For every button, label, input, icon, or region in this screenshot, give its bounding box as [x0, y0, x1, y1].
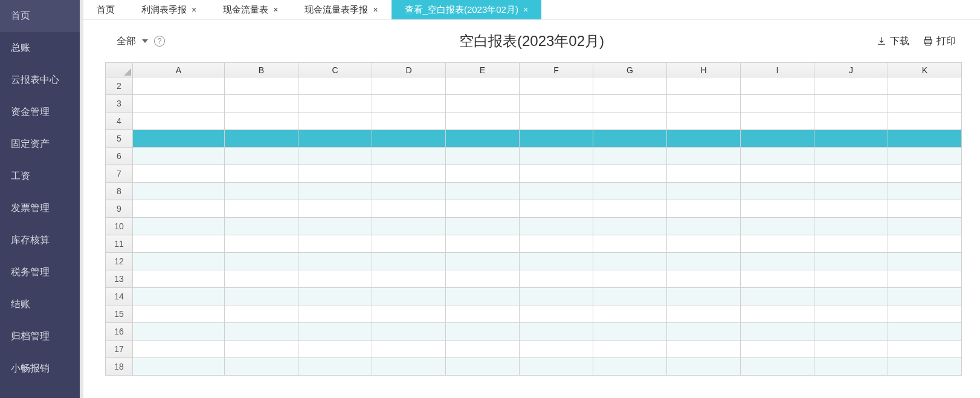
cell-K14[interactable]: [888, 288, 962, 305]
filter-dropdown[interactable]: 全部 ?: [117, 35, 165, 48]
cell-A8[interactable]: [133, 183, 225, 200]
cell-A11[interactable]: [133, 235, 225, 253]
cell-D7[interactable]: [372, 165, 446, 183]
tab-2[interactable]: 现金流量表×: [210, 0, 291, 19]
cell-C10[interactable]: [298, 218, 372, 235]
close-icon[interactable]: ×: [373, 5, 378, 15]
cell-E4[interactable]: [446, 113, 520, 130]
cell-A9[interactable]: [133, 200, 225, 218]
cell-J13[interactable]: [814, 270, 888, 288]
cell-I8[interactable]: [741, 183, 814, 200]
row-header-18[interactable]: 18: [106, 358, 133, 376]
cell-H9[interactable]: [667, 200, 741, 218]
cell-C16[interactable]: [298, 323, 372, 341]
cell-G5[interactable]: [593, 130, 667, 148]
cell-C9[interactable]: [298, 200, 372, 218]
cell-A14[interactable]: [133, 288, 225, 305]
cell-C13[interactable]: [298, 270, 372, 288]
cell-B15[interactable]: [225, 305, 298, 323]
help-icon[interactable]: ?: [154, 36, 165, 47]
cell-J15[interactable]: [814, 305, 888, 323]
cell-I5[interactable]: [741, 130, 814, 148]
cell-B6[interactable]: [225, 148, 298, 165]
cell-F6[interactable]: [520, 148, 593, 165]
cell-J14[interactable]: [814, 288, 888, 305]
cell-A4[interactable]: [133, 113, 225, 130]
cell-A2[interactable]: [133, 77, 225, 95]
cell-I2[interactable]: [741, 77, 814, 95]
cell-G17[interactable]: [593, 341, 667, 358]
cell-C14[interactable]: [298, 288, 372, 305]
cell-I16[interactable]: [741, 323, 814, 341]
cell-K4[interactable]: [888, 113, 962, 130]
row-header-9[interactable]: 9: [106, 200, 133, 218]
column-header-A[interactable]: A: [133, 63, 225, 77]
cell-D9[interactable]: [372, 200, 446, 218]
column-header-J[interactable]: J: [814, 63, 888, 77]
cell-K3[interactable]: [888, 95, 962, 113]
cell-J2[interactable]: [814, 77, 888, 95]
cell-H2[interactable]: [667, 77, 741, 95]
cell-K6[interactable]: [888, 148, 962, 165]
cell-B16[interactable]: [225, 323, 298, 341]
cell-G2[interactable]: [593, 77, 667, 95]
download-button[interactable]: 下载: [876, 35, 909, 48]
cell-K2[interactable]: [888, 77, 962, 95]
cell-D18[interactable]: [372, 358, 446, 376]
cell-F11[interactable]: [520, 235, 593, 253]
cell-E18[interactable]: [446, 358, 520, 376]
cell-I7[interactable]: [741, 165, 814, 183]
cell-F8[interactable]: [520, 183, 593, 200]
cell-J9[interactable]: [814, 200, 888, 218]
cell-B8[interactable]: [225, 183, 298, 200]
row-header-15[interactable]: 15: [106, 305, 133, 323]
close-icon[interactable]: ×: [192, 5, 196, 15]
cell-B14[interactable]: [225, 288, 298, 305]
cell-K18[interactable]: [888, 358, 962, 376]
cell-D3[interactable]: [372, 95, 446, 113]
cell-K10[interactable]: [888, 218, 962, 235]
cell-C5[interactable]: [298, 130, 372, 148]
cell-B9[interactable]: [225, 200, 298, 218]
cell-C8[interactable]: [298, 183, 372, 200]
tab-4[interactable]: 查看_空白报表(2023年02月)×: [392, 0, 542, 19]
cell-J10[interactable]: [814, 218, 888, 235]
cell-C17[interactable]: [298, 341, 372, 358]
cell-A15[interactable]: [133, 305, 225, 323]
cell-G6[interactable]: [593, 148, 667, 165]
cell-J4[interactable]: [814, 113, 888, 130]
cell-F13[interactable]: [520, 270, 593, 288]
cell-A10[interactable]: [133, 218, 225, 235]
cell-A3[interactable]: [133, 95, 225, 113]
sheet-corner[interactable]: [106, 63, 133, 77]
cell-H16[interactable]: [667, 323, 741, 341]
cell-A6[interactable]: [133, 148, 225, 165]
column-header-C[interactable]: C: [298, 63, 372, 77]
cell-H10[interactable]: [667, 218, 741, 235]
sidebar-item-8[interactable]: 税务管理: [0, 256, 80, 289]
cell-E6[interactable]: [446, 148, 520, 165]
cell-E5[interactable]: [446, 130, 520, 148]
cell-E11[interactable]: [446, 235, 520, 253]
cell-I6[interactable]: [741, 148, 814, 165]
row-header-17[interactable]: 17: [106, 341, 133, 358]
cell-J5[interactable]: [814, 130, 888, 148]
cell-C3[interactable]: [298, 95, 372, 113]
cell-B3[interactable]: [225, 95, 298, 113]
sidebar-item-0[interactable]: 首页: [0, 0, 80, 32]
sidebar-item-4[interactable]: 固定资产: [0, 128, 80, 160]
cell-D2[interactable]: [372, 77, 446, 95]
cell-K13[interactable]: [888, 270, 962, 288]
cell-H11[interactable]: [667, 235, 741, 253]
cell-I13[interactable]: [741, 270, 814, 288]
close-icon[interactable]: ×: [523, 5, 528, 15]
row-header-14[interactable]: 14: [106, 288, 133, 305]
cell-G13[interactable]: [593, 270, 667, 288]
row-header-11[interactable]: 11: [106, 235, 133, 253]
cell-E12[interactable]: [446, 253, 520, 270]
cell-C2[interactable]: [298, 77, 372, 95]
cell-H3[interactable]: [667, 95, 741, 113]
cell-B7[interactable]: [225, 165, 298, 183]
cell-A12[interactable]: [133, 253, 225, 270]
cell-F3[interactable]: [520, 95, 593, 113]
